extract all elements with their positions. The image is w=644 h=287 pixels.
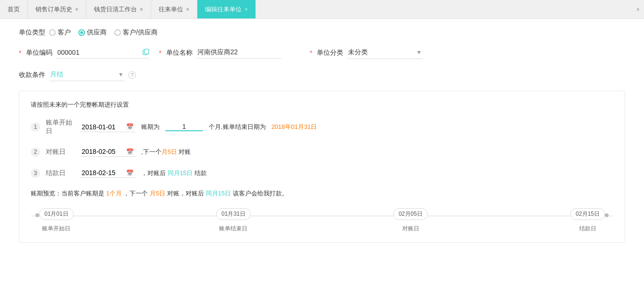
radio-customer[interactable]: 客户 xyxy=(49,28,71,37)
timeline-badge-3: 02月05日 xyxy=(393,208,428,220)
timeline-label-3: 对账日 xyxy=(402,225,419,233)
period-desc-suffix: 个月,账单结束日期为 xyxy=(209,123,266,131)
payment-select[interactable]: 月结 ▼ xyxy=(49,68,125,81)
radio-both[interactable]: 客户/供应商 xyxy=(114,28,158,37)
tab-home[interactable]: 首页 xyxy=(0,0,28,18)
preview-payment-day: 同月15日 xyxy=(206,190,231,197)
name-input-wrap xyxy=(196,47,281,59)
period-desc-prefix: 账期为 xyxy=(141,123,160,131)
tab-edit-partner-label: 编辑往来单位 xyxy=(205,5,242,14)
svg-rect-1 xyxy=(144,49,149,54)
code-name-category-row: * 单位编码 * 单位名称 * 单位分类 未分 xyxy=(19,46,625,59)
timeline-end-dot xyxy=(605,213,609,217)
name-input[interactable] xyxy=(196,47,281,58)
tab-expand-btn[interactable] xyxy=(632,0,644,18)
timeline-node-3: 02月05日 对账日 xyxy=(393,209,428,233)
tab-cash-work-label: 钱货日清工作台 xyxy=(94,5,137,14)
code-input-wrap xyxy=(56,47,149,59)
row-label-2: 对账日 xyxy=(46,148,74,156)
unit-type-label: 单位类型 xyxy=(19,28,45,37)
date-input-2: 📅 xyxy=(80,147,136,157)
date-field-3[interactable] xyxy=(82,169,124,177)
category-select[interactable]: 未分类 ▼ xyxy=(347,46,423,59)
timeline-node-2: 01月31日 账单结束日 xyxy=(216,209,251,233)
tab-sales-order-history[interactable]: 销售订单历史 × xyxy=(28,0,86,18)
tab-sales-order-history-close[interactable]: × xyxy=(75,6,78,13)
section-box: 请按照未来的一个完整帐期进行设置 1 账单开始日 📅 账期为 个月,账单结束日期… xyxy=(19,91,625,243)
timeline-label-2: 账单结束日 xyxy=(219,225,247,233)
row-num-1: 1 xyxy=(31,122,40,132)
tab-edit-partner-close[interactable]: × xyxy=(245,6,248,13)
code-group: * 单位编码 xyxy=(19,47,149,59)
unit-type-row: 单位类型 客户 供应商 客户/供应商 xyxy=(19,28,625,37)
payment-desc: ，对账后 同月15日 结款 xyxy=(141,169,207,177)
code-copy-icon[interactable] xyxy=(143,49,149,57)
preview-period: 1个月 xyxy=(106,190,122,197)
tab-bar: 首页 销售订单历史 × 钱货日清工作台 × 往来单位 × 编辑往来单位 × xyxy=(0,0,644,19)
radio-both-circle xyxy=(114,29,121,36)
name-required: * xyxy=(159,49,161,57)
setting-row-2: 2 对账日 📅 ,下一个月5日 对账 xyxy=(31,147,613,157)
tab-partners[interactable]: 往来单位 × xyxy=(151,0,197,18)
timeline-badge-2: 01月31日 xyxy=(216,208,251,220)
category-required: * xyxy=(310,49,312,57)
tab-sales-order-history-label: 销售订单历史 xyxy=(35,5,72,14)
radio-group: 客户 供应商 客户/供应商 xyxy=(49,28,158,37)
category-value: 未分类 xyxy=(348,48,414,57)
help-icon[interactable]: ? xyxy=(128,71,136,79)
row-num-3: 3 xyxy=(31,169,40,178)
name-label: 单位名称 xyxy=(166,49,193,57)
radio-supplier-label: 供应商 xyxy=(87,28,107,37)
code-input[interactable] xyxy=(56,47,141,58)
date-field-1[interactable] xyxy=(82,123,124,131)
category-label: 单位分类 xyxy=(317,49,343,57)
timeline: 01月01日 账单开始日 01月31日 账单结束日 02月05日 对账日 02月… xyxy=(31,209,613,233)
name-group: * 单位名称 xyxy=(159,47,281,59)
section-title: 请按照未来的一个完整帐期进行设置 xyxy=(31,101,613,109)
code-required: * xyxy=(19,49,21,57)
timeline-badge-1: 01月01日 xyxy=(39,208,74,220)
tab-edit-partner[interactable]: 编辑往来单位 × xyxy=(197,0,256,18)
timeline-label-4: 结款日 xyxy=(579,225,596,233)
payment-dropdown-icon: ▼ xyxy=(118,71,124,78)
payment-label: 收款条件 xyxy=(19,71,45,79)
calendar-icon-3[interactable]: 📅 xyxy=(126,169,134,177)
row-label-1: 账单开始日 xyxy=(46,118,74,135)
payment-group: 收款条件 月结 ▼ ? xyxy=(19,68,136,81)
tab-partners-close[interactable]: × xyxy=(186,6,189,13)
tab-partners-label: 往来单位 xyxy=(159,5,183,14)
radio-supplier-circle xyxy=(78,29,85,36)
setting-row-3: 3 结款日 📅 ，对账后 同月15日 结款 xyxy=(31,168,613,178)
code-label: 单位编码 xyxy=(26,49,52,57)
tab-cash-work-close[interactable]: × xyxy=(140,6,143,13)
main-content: 单位类型 客户 供应商 客户/供应商 * 单位编码 xyxy=(0,19,644,287)
chevron-right-icon xyxy=(636,7,640,12)
period-input[interactable] xyxy=(165,123,203,131)
unit-type-group: 单位类型 客户 供应商 客户/供应商 xyxy=(19,28,158,37)
category-group: * 单位分类 未分类 ▼ xyxy=(310,46,423,59)
date-field-2[interactable] xyxy=(82,148,124,155)
calendar-icon-2[interactable]: 📅 xyxy=(126,148,134,155)
timeline-badge-4: 02月15日 xyxy=(570,208,605,220)
period-end-date: 2018年01月31日 xyxy=(271,123,317,131)
timeline-label-1: 账单开始日 xyxy=(42,225,70,233)
row-num-2: 2 xyxy=(31,147,40,157)
timeline-start-dot xyxy=(35,213,39,217)
radio-customer-circle xyxy=(49,29,56,36)
preview-reconcile-day: 月5日 xyxy=(150,190,165,197)
date-input-3: 📅 xyxy=(80,168,136,178)
setting-row-1: 1 账单开始日 📅 账期为 个月,账单结束日期为 2018年01月31日 xyxy=(31,118,613,135)
timeline-node-1: 01月01日 账单开始日 xyxy=(39,209,74,233)
payment-row: 收款条件 月结 ▼ ? xyxy=(19,68,625,81)
radio-supplier[interactable]: 供应商 xyxy=(78,28,107,37)
category-dropdown-icon: ▼ xyxy=(416,49,422,56)
preview-text: 账期预览：当前客户账期是 1个月 ，下一个 月5日 对账，对账后 同月15日 该… xyxy=(31,189,613,198)
tab-cash-work[interactable]: 钱货日清工作台 × xyxy=(86,0,151,18)
timeline-node-4: 02月15日 结款日 xyxy=(570,209,605,233)
calendar-icon-1[interactable]: 📅 xyxy=(126,123,134,130)
payment-value: 月结 xyxy=(50,70,116,79)
reconcile-desc: ,下一个月5日 对账 xyxy=(141,148,191,156)
date-input-1: 📅 xyxy=(80,122,136,132)
radio-customer-label: 客户 xyxy=(58,28,71,37)
tab-home-label: 首页 xyxy=(8,5,20,14)
